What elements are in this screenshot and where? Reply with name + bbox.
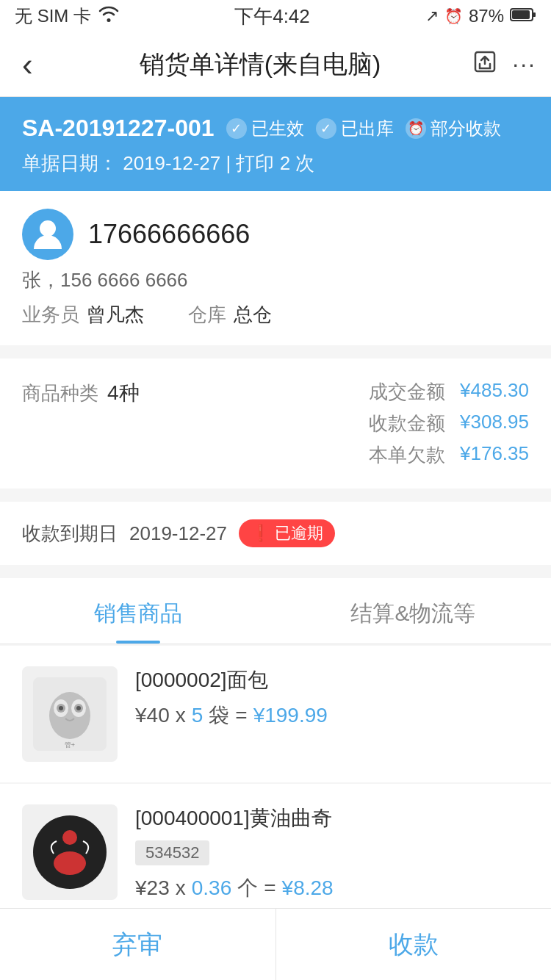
wifi-icon (98, 6, 119, 26)
product-qty-2: 0.36 (192, 876, 232, 900)
nav-actions: ··· (472, 49, 536, 80)
product-thumbnail-1: 管+ (22, 666, 118, 762)
summary-row: 商品种类 4种 成交金额 ¥485.30 收款金额 ¥308.95 本单欠款 ¥… (22, 379, 529, 468)
product-sku-2: 534532 (135, 840, 209, 865)
due-date-value: 2019-12-27 (129, 522, 227, 545)
product-info-1: [0000002]面包 ¥40 x 5 袋 = ¥199.99 (135, 666, 529, 729)
deal-amount-label: 成交金额 (369, 379, 445, 405)
salesperson-label: 业务员 (22, 302, 79, 328)
page-title: 销货单详情(来自电脑) (48, 48, 473, 82)
avatar (22, 209, 73, 260)
cancel-review-button[interactable]: 弃审 (0, 909, 276, 980)
warehouse-label: 仓库 (188, 302, 226, 328)
overdue-text: 已逾期 (275, 522, 323, 544)
collected-amount-row: 收款金额 ¥308.95 (369, 411, 529, 436)
customer-info: 张，156 6666 6666 (22, 267, 529, 293)
header-card: SA-20191227-001 ✓ 已生效 ✓ 已出库 ⏰ 部分收款 单据日期：… (0, 97, 551, 191)
clock-icon: ⏰ (406, 118, 426, 139)
product-thumbnail-2 (22, 804, 118, 900)
svg-text:管+: 管+ (65, 741, 75, 749)
alarm-icon: ⏰ (444, 7, 463, 25)
customer-row: 17666666666 (22, 209, 529, 260)
product-type-value: 4种 (107, 379, 140, 407)
badge-effective: ✓ 已生效 (226, 117, 304, 140)
tabs-section: 销售商品 结算&物流等 (0, 578, 551, 644)
svg-rect-2 (512, 10, 530, 19)
header-top: SA-20191227-001 ✓ 已生效 ✓ 已出库 ⏰ 部分收款 (22, 115, 529, 142)
customer-name: 17666666666 (88, 219, 250, 250)
header-date: 单据日期： 2019-12-27 | 打印 2 次 (22, 151, 529, 176)
badge-shipped: ✓ 已出库 (316, 117, 394, 140)
due-section: 收款到期日 2019-12-27 ❗ 已逾期 (0, 502, 551, 565)
deal-amount-row: 成交金额 ¥485.30 (369, 379, 529, 405)
product-info-2: [000400001]黄油曲奇 534532 ¥23 x 0.36 个 = ¥8… (135, 804, 529, 902)
separator-2 (0, 490, 551, 502)
due-date-label: 收款到期日 (22, 521, 118, 547)
warehouse-item: 仓库 总仓 (188, 302, 272, 328)
more-icon[interactable]: ··· (512, 51, 536, 78)
tab-settlement[interactable]: 结算&物流等 (276, 578, 551, 644)
svg-point-11 (59, 706, 63, 710)
badge-partial-payment: ⏰ 部分收款 (406, 117, 501, 140)
product-name-2: [000400001]黄油曲奇 (135, 804, 529, 832)
status-right: ↗ ⏰ 87% (425, 6, 536, 26)
order-id: SA-20191227-001 (22, 115, 215, 142)
svg-point-15 (62, 830, 77, 845)
product-list: 管+ [0000002]面包 ¥40 x 5 袋 = ¥199.99 (0, 646, 551, 923)
location-icon: ↗ (425, 7, 439, 26)
summary-left: 商品种类 4种 (22, 379, 140, 407)
product-total-1: ¥199.99 (253, 704, 328, 727)
collected-label: 收款金额 (369, 411, 445, 436)
nav-bar: ‹ 销货单详情(来自电脑) ··· (0, 32, 551, 97)
debt-label: 本单欠款 (369, 442, 445, 468)
check-icon-effective: ✓ (226, 118, 247, 139)
salesperson-item: 业务员 曾凡杰 (22, 302, 144, 328)
summary-section: 商品种类 4种 成交金额 ¥485.30 收款金额 ¥308.95 本单欠款 ¥… (0, 359, 551, 489)
product-price-1: ¥40 (135, 704, 170, 727)
product-price-row-1: ¥40 x 5 袋 = ¥199.99 (135, 702, 529, 729)
product-item-1: 管+ [0000002]面包 ¥40 x 5 袋 = ¥199.99 (0, 646, 551, 782)
battery-level: 87% (469, 6, 504, 26)
back-button[interactable]: ‹ (15, 41, 40, 88)
tab-products[interactable]: 销售商品 (0, 578, 276, 644)
warehouse-value: 总仓 (234, 302, 272, 328)
svg-rect-1 (533, 12, 536, 17)
battery-icon (510, 6, 536, 26)
status-time: 下午4:42 (234, 4, 310, 29)
deal-amount-value: ¥485.30 (460, 379, 529, 405)
overdue-icon: ❗ (251, 524, 270, 543)
product-item-2: [000400001]黄油曲奇 534532 ¥23 x 0.36 个 = ¥8… (0, 784, 551, 923)
overdue-badge: ❗ 已逾期 (239, 519, 335, 547)
customer-meta: 业务员 曾凡杰 仓库 总仓 (22, 302, 529, 328)
check-icon-shipped: ✓ (316, 118, 336, 139)
debt-amount-row: 本单欠款 ¥176.35 (369, 442, 529, 468)
product-total-2: ¥8.28 (282, 876, 334, 900)
svg-point-12 (76, 706, 81, 710)
product-type-row: 商品种类 4种 (22, 379, 140, 407)
product-price-2: ¥23 (135, 876, 170, 900)
svg-point-16 (54, 851, 86, 875)
bottom-bar: 弃审 收款 (0, 908, 551, 980)
share-icon[interactable] (472, 49, 497, 80)
separator-1 (0, 347, 551, 359)
status-bar: 无 SIM 卡 下午4:42 ↗ ⏰ 87% (0, 0, 551, 32)
customer-section: 17666666666 张，156 6666 6666 业务员 曾凡杰 仓库 总… (0, 191, 551, 345)
svg-point-4 (40, 220, 56, 237)
collect-payment-button[interactable]: 收款 (276, 909, 552, 980)
product-name-1: [0000002]面包 (135, 666, 529, 694)
separator-3 (0, 566, 551, 578)
summary-right: 成交金额 ¥485.30 收款金额 ¥308.95 本单欠款 ¥176.35 (369, 379, 529, 468)
collected-value: ¥308.95 (460, 411, 529, 436)
status-left: 无 SIM 卡 (15, 4, 119, 28)
product-price-row-2: ¥23 x 0.36 个 = ¥8.28 (135, 874, 529, 902)
debt-value: ¥176.35 (460, 442, 529, 468)
salesperson-value: 曾凡杰 (87, 302, 144, 328)
sim-status: 无 SIM 卡 (15, 4, 91, 28)
product-qty-1: 5 (192, 704, 204, 727)
